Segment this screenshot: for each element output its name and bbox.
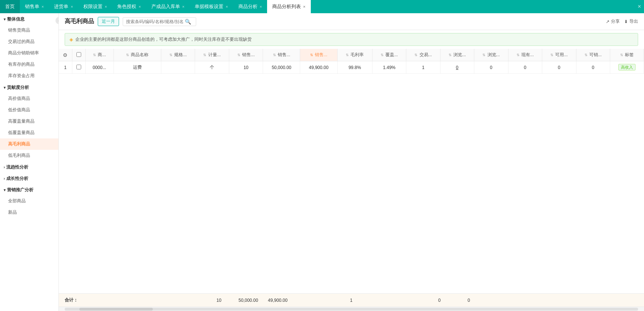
sidebar-item-traded-goods[interactable]: 交易过的商品 [0,36,58,47]
sidebar-item-new-goods[interactable]: 新品 [0,207,58,218]
sidebar-group-trend[interactable]: › 流趋性分析 [0,161,58,173]
browse1-link[interactable]: 0 [456,65,458,70]
filter-recent-month[interactable]: 近一月 [98,17,119,26]
cell-coverage: 1.49% [372,61,406,74]
col-browse1[interactable]: ⇅ 浏览... [440,49,474,61]
sidebar-item-all-goods[interactable]: 全部商品 [0,195,58,207]
sidebar: « ▾ 整体信息 销售货商品 交易过的商品 商品分销助销率 有库存的商品 库存资… [0,13,59,311]
export-button[interactable]: ⬇ 导出 [624,18,638,25]
col-current-stock[interactable]: ⇅ 现有... [508,49,542,61]
gear-icon[interactable]: ⚙ [63,52,68,58]
share-button[interactable]: ↗ 分享 [606,18,620,25]
arrow-trend: › [4,165,5,169]
col-tag[interactable]: ⇅ 标签 [610,49,644,61]
sidebar-item-low-margin[interactable]: 低毛利商品 [0,150,58,161]
sidebar-item-high-value[interactable]: 高价值商品 [0,93,58,104]
scrollbar-track[interactable] [65,308,638,311]
sort-icon-margin: ⇅ [346,53,349,57]
sidebar-item-high-margin[interactable]: 高毛利商品 [0,138,58,150]
sidebar-group-contribution[interactable]: ▾ 贡献度分析 [0,82,58,93]
cell-name: 运费 [114,61,161,74]
sidebar-item-low-coverage[interactable]: 低覆盖量商品 [0,127,58,138]
col-coverage[interactable]: ⇅ 覆盖... [372,49,406,61]
close-sales-order[interactable]: × [42,4,44,9]
col-gear[interactable]: ⚙ [59,49,72,61]
nav-purchase-order[interactable]: 进货单 × [49,0,78,13]
col-transactions[interactable]: ⇅ 交易... [406,49,440,61]
bottom-scrollbar [59,307,644,311]
nav-product-stock[interactable]: 产成品入库单 × [146,0,190,13]
cell-transactions: 1 [406,61,440,74]
scrollbar-thumb[interactable] [79,308,153,311]
content-header: 高毛利商品 近一月 🔍 ↗ 分享 ⬇ 导出 [59,13,644,30]
arrow-marketing: ▾ [4,188,6,192]
sort-icon: ⇅ [93,53,96,57]
search-input[interactable] [126,19,185,24]
select-all-checkbox[interactable] [76,52,81,57]
sidebar-group-overall[interactable]: ▾ 整体信息 [0,13,58,25]
close-purchase-order[interactable]: × [71,4,73,9]
col-sales-qty[interactable]: ⇅ 销售... [229,49,263,61]
footer-spacer2 [292,298,337,303]
sidebar-group-growth[interactable]: › 成长性分析 [0,173,58,184]
cell-spec [161,61,195,74]
col-sellable[interactable]: ⇅ 可销... [576,49,610,61]
footer-sales-amount: 50,000.00 [234,298,263,303]
col-spec[interactable]: ⇅ 规格... [161,49,195,61]
page-title: 高毛利商品 [65,18,94,25]
col-available[interactable]: ⇅ 可用... [542,49,576,61]
footer-spacer3 [366,298,425,303]
sort-icon-name: ⇅ [126,53,129,57]
sort-icon-coverage: ⇅ [381,53,384,57]
sort-icon-stock: ⇅ [517,53,519,57]
nav-sales-order[interactable]: 销售单 × [20,0,49,13]
sidebar-item-low-value[interactable]: 低价值商品 [0,104,58,116]
col-unit[interactable]: ⇅ 计量... [195,49,229,61]
close-product-analysis-list[interactable]: × [303,4,305,9]
content-area: 高毛利商品 近一月 🔍 ↗ 分享 ⬇ 导出 ◈ 企业的主要的利润都是这部分商品创… [59,13,644,311]
sort-icon-browse1: ⇅ [449,53,451,57]
sort-icon-trans: ⇅ [414,53,417,57]
sidebar-group-marketing[interactable]: ▾ 营销推广分析 [0,184,58,195]
sidebar-item-sales-goods[interactable]: 销售货商品 [0,25,58,36]
close-template-settings[interactable]: × [226,4,228,9]
col-sales-profit[interactable]: ⇅ 销售... [300,49,337,61]
sidebar-item-inventory-capital[interactable]: 库存资金占用 [0,70,58,82]
header-actions: ↗ 分享 ⬇ 导出 [606,18,638,25]
cell-browse2: 0 [474,61,508,74]
nav-home[interactable]: 首页 [0,0,20,13]
cell-index: 1 [59,61,72,74]
sidebar-item-in-stock-goods[interactable]: 有库存的商品 [0,59,58,70]
nav-permission-settings[interactable]: 权限设置 × [78,0,112,13]
nav-product-analysis-list[interactable]: 商品分析列表 × [267,0,310,13]
cell-sellable: 0 [576,61,610,74]
sidebar-item-high-coverage[interactable]: 高覆盖量商品 [0,116,58,127]
col-code[interactable]: ⇅ 商... [85,49,114,61]
table-row: 1 0000... 运费 个 10 50,000.00 49,900.00 99… [59,61,644,74]
search-icon[interactable]: 🔍 [185,19,191,25]
top-nav: 首页 销售单 × 进货单 × 权限设置 × 角色授权 × 产成品入库单 × 单据… [0,0,644,13]
sidebar-item-distribution-rate[interactable]: 商品分销助销率 [0,47,58,59]
info-banner: ◈ 企业的主要的利润都是这部分商品创造的，可考虑加大推广，同时关注库存是不要出现… [65,33,638,46]
nav-product-analysis[interactable]: 商品分析 × [233,0,267,13]
col-sales-amount[interactable]: ⇅ 销售... [263,49,300,61]
col-gross-margin[interactable]: ⇅ 毛利率 [337,49,372,61]
close-all-tabs[interactable]: × [638,3,641,10]
close-role-auth[interactable]: × [138,4,141,9]
footer-sales-profit: 49,900.00 [263,298,292,303]
nav-template-settings[interactable]: 单据模板设置 × [190,0,233,13]
col-browse2[interactable]: ⇅ 浏览... [474,49,508,61]
row-checkbox[interactable] [76,65,81,69]
footer-cells: 10 50,000.00 49,900.00 1 0 0 [94,298,638,303]
close-product-analysis[interactable]: × [260,4,262,9]
nav-role-auth[interactable]: 角色授权 × [112,0,146,13]
sort-icon-browse2: ⇅ [482,53,485,57]
cell-browse1[interactable]: 0 [440,61,474,74]
footer-spacer1 [94,298,204,303]
sort-icon-available: ⇅ [550,53,553,57]
close-product-stock[interactable]: × [182,4,184,9]
sort-icon-unit: ⇅ [203,53,206,57]
cell-tag: 高收入 [610,61,644,74]
col-name[interactable]: ⇅ 商品名称 [114,49,161,61]
close-permission-settings[interactable]: × [105,4,107,9]
